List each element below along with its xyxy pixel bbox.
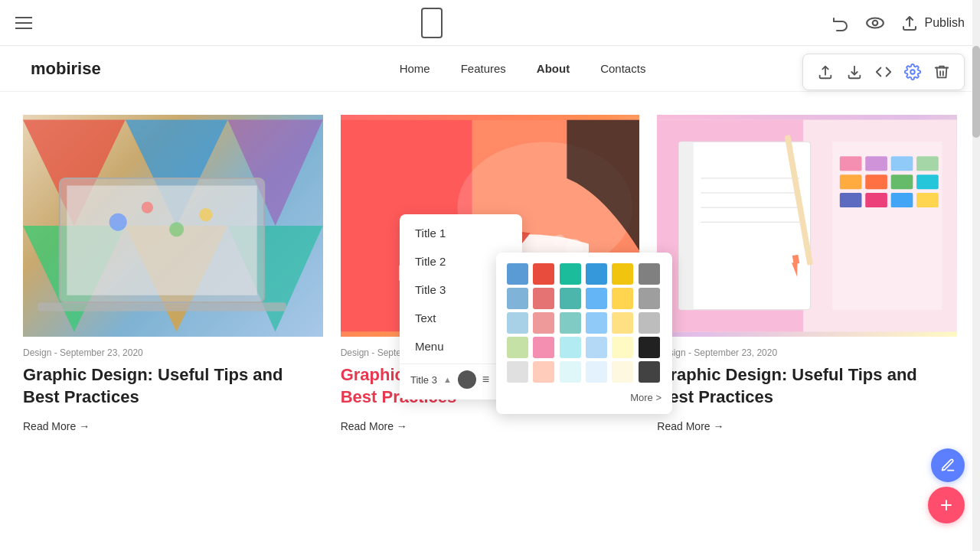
fab-add-icon: +	[940, 494, 952, 516]
svg-rect-11	[38, 302, 286, 311]
color-swatch-gray3[interactable]	[639, 312, 660, 334]
edit-toolbar	[802, 54, 965, 90]
navbar-brand: mobirise	[31, 59, 101, 79]
color-swatch-cyan2[interactable]	[560, 361, 581, 383]
color-swatch-green1[interactable]	[507, 337, 528, 358]
svg-rect-24	[679, 142, 694, 310]
color-swatch-red1[interactable]	[533, 263, 554, 285]
svg-point-12	[109, 214, 127, 231]
color-picker: More >	[496, 253, 672, 414]
blog-card-1-image	[23, 115, 323, 337]
color-swatch-teal1[interactable]	[560, 263, 581, 285]
svg-point-0	[867, 18, 884, 28]
color-swatch-yellow3[interactable]	[612, 312, 633, 334]
svg-point-2	[910, 70, 915, 74]
color-swatch-blue2[interactable]	[586, 263, 607, 285]
svg-rect-40	[916, 174, 939, 189]
mobile-preview-icon[interactable]	[421, 8, 443, 38]
toolbar-left	[15, 17, 32, 29]
svg-point-1	[872, 20, 877, 25]
svg-rect-37	[840, 174, 862, 189]
publish-label: Publish	[925, 16, 965, 30]
blog-card-1-meta: Design - September 23, 2020	[23, 347, 323, 358]
context-menu-arrow: ▲	[443, 375, 452, 384]
color-swatch-gray1[interactable]	[639, 263, 660, 285]
context-menu-selected-label: Title 3	[410, 374, 437, 386]
svg-point-14	[169, 222, 184, 236]
blog-card-3-image	[657, 115, 957, 337]
settings-icon-btn[interactable]	[900, 60, 926, 83]
blog-card-1-title: Graphic Design: Useful Tips and Best Pra…	[23, 364, 323, 408]
toolbar-center	[421, 8, 443, 38]
blog-card-3-read-more[interactable]: Read More →	[657, 420, 957, 432]
blog-card-2-read-more[interactable]: Read More →	[341, 420, 640, 432]
svg-rect-44	[916, 193, 939, 207]
svg-rect-36	[916, 156, 939, 171]
publish-button[interactable]: Publish	[900, 14, 965, 32]
blog-card-1-read-more[interactable]: Read More →	[23, 420, 323, 432]
blog-card-3-title: Graphic Design: Useful Tips and Best Pra…	[657, 364, 957, 408]
delete-icon-btn[interactable]	[929, 60, 955, 83]
upload-icon-btn[interactable]	[812, 60, 838, 83]
svg-rect-39	[891, 174, 913, 189]
context-menu-title1[interactable]: Title 1	[400, 219, 522, 247]
text-color-button[interactable]	[458, 370, 476, 389]
color-swatch-yellow4[interactable]	[612, 337, 633, 358]
color-swatch-cream[interactable]	[612, 361, 633, 383]
color-swatch-peach[interactable]	[533, 361, 554, 383]
color-swatch-blue8[interactable]	[586, 361, 607, 383]
color-swatch-yellow1[interactable]	[612, 263, 633, 285]
color-swatch-gray4[interactable]	[507, 361, 528, 383]
undo-button[interactable]	[831, 14, 850, 32]
svg-rect-42	[866, 193, 888, 207]
code-icon-btn[interactable]	[871, 60, 897, 83]
svg-point-15	[199, 208, 212, 221]
color-swatch-blue5[interactable]	[507, 312, 528, 334]
color-swatch-teal3[interactable]	[560, 312, 581, 334]
navbar-links: Home Features About Contacts	[400, 62, 646, 75]
nav-about[interactable]: About	[537, 62, 570, 75]
blog-card-1: Design - September 23, 2020 Graphic Desi…	[23, 115, 335, 432]
color-swatch-blue4[interactable]	[586, 288, 607, 309]
nav-features[interactable]: Features	[461, 62, 506, 75]
svg-rect-41	[840, 193, 862, 207]
nav-contacts[interactable]: Contacts	[600, 62, 645, 75]
blog-card-3: Design - September 23, 2020 Graphic Desi…	[645, 115, 957, 432]
svg-point-13	[142, 201, 153, 213]
svg-rect-34	[866, 156, 888, 171]
svg-rect-10	[67, 185, 256, 295]
color-swatch-blue7[interactable]	[586, 337, 607, 358]
color-swatch-red3[interactable]	[533, 312, 554, 334]
text-align-icon[interactable]: ≡	[482, 373, 489, 386]
nav-home[interactable]: Home	[400, 62, 430, 75]
preview-button[interactable]	[865, 13, 885, 33]
color-swatch-darkgray[interactable]	[639, 361, 660, 383]
color-swatch-blue1[interactable]	[507, 263, 528, 285]
color-swatch-blue6[interactable]	[586, 312, 607, 334]
color-swatch-pink1[interactable]	[533, 337, 554, 358]
menu-button[interactable]	[15, 17, 32, 29]
color-swatch-gray2[interactable]	[639, 288, 660, 309]
svg-rect-38	[866, 174, 888, 189]
toolbar-right: Publish	[831, 13, 965, 33]
fab-add-button[interactable]: +	[928, 487, 965, 523]
blog-card-3-meta: Design - September 23, 2020	[657, 347, 957, 358]
download-icon-btn[interactable]	[841, 60, 867, 83]
color-swatch-cyan1[interactable]	[560, 337, 581, 358]
color-swatch-blue3[interactable]	[507, 288, 528, 309]
hamburger-icon	[15, 17, 32, 29]
svg-rect-35	[891, 156, 913, 171]
svg-rect-43	[891, 193, 913, 207]
color-swatch-yellow2[interactable]	[612, 288, 633, 309]
top-toolbar: Publish	[0, 0, 980, 46]
svg-point-20	[554, 234, 565, 246]
color-swatch-black[interactable]	[639, 337, 660, 358]
color-grid	[507, 263, 662, 383]
svg-rect-33	[840, 156, 862, 171]
color-swatch-teal2[interactable]	[560, 288, 581, 309]
color-more-button[interactable]: More >	[507, 392, 662, 403]
fab-edit-button[interactable]	[931, 448, 965, 482]
color-swatch-red2[interactable]	[533, 288, 554, 309]
